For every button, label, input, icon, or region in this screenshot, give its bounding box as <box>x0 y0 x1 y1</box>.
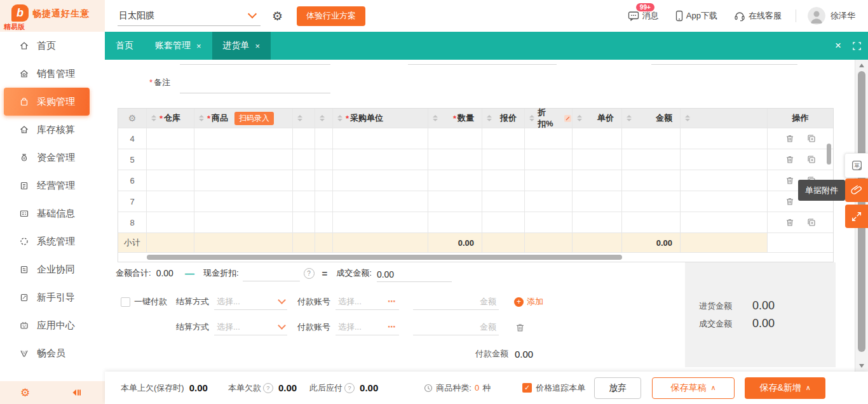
price-track-checkbox[interactable]: ✓ <box>522 383 532 393</box>
sort-icon[interactable] <box>320 115 325 121</box>
unit-cell[interactable] <box>333 149 428 170</box>
sidebar-item-collaboration[interactable]: 企业协同 <box>0 255 105 283</box>
quote-cell[interactable] <box>482 149 525 170</box>
copy-row-icon[interactable] <box>807 218 816 227</box>
quantity-cell[interactable] <box>428 170 482 191</box>
sort-icon[interactable] <box>685 115 690 121</box>
extra-cell[interactable] <box>681 212 768 232</box>
extra-cell[interactable] <box>681 191 768 212</box>
amount-cell[interactable] <box>622 170 681 191</box>
help-icon[interactable]: ? <box>304 268 315 279</box>
discount-cell[interactable] <box>525 191 573 212</box>
quantity-cell[interactable] <box>428 128 482 149</box>
product-cell[interactable] <box>194 149 293 170</box>
misc-cell[interactable] <box>293 212 315 232</box>
delete-row-icon[interactable] <box>785 134 794 143</box>
amount-cell[interactable] <box>622 191 681 212</box>
quantity-cell[interactable] <box>428 191 482 212</box>
price-cell[interactable] <box>573 191 622 212</box>
amount-cell[interactable] <box>622 149 681 170</box>
cash-discount-input[interactable] <box>243 266 300 281</box>
discard-button[interactable]: 放弃 <box>594 377 641 399</box>
quote-cell[interactable] <box>482 170 525 191</box>
price-cell[interactable] <box>573 149 622 170</box>
misc-cell[interactable] <box>315 170 333 191</box>
avatar[interactable] <box>808 7 825 25</box>
form-field-underline[interactable] <box>651 64 797 65</box>
discount-cell[interactable] <box>525 128 573 149</box>
pay-amount-input[interactable]: 金额 <box>413 319 499 335</box>
sidebar-settings-gear-icon[interactable]: ⚙ <box>20 386 30 400</box>
save-and-new-button[interactable]: 保存&新增 ∧ <box>745 377 825 399</box>
deal-amount-input[interactable]: 0.00 <box>377 264 452 282</box>
quote-cell[interactable] <box>482 191 525 212</box>
warehouse-cell[interactable] <box>147 212 194 232</box>
price-cell[interactable] <box>573 212 622 232</box>
misc-cell[interactable] <box>315 149 333 170</box>
sort-icon[interactable] <box>627 115 632 121</box>
extra-cell[interactable] <box>681 149 768 170</box>
quantity-cell[interactable] <box>428 149 482 170</box>
quote-cell[interactable] <box>482 212 525 232</box>
product-cell[interactable] <box>194 212 293 232</box>
unit-cell[interactable] <box>333 191 428 212</box>
tab-close-icon[interactable]: × <box>196 41 201 51</box>
sort-icon[interactable] <box>577 115 582 121</box>
warehouse-cell[interactable] <box>147 191 194 212</box>
form-field-underline[interactable] <box>180 64 330 65</box>
more-icon[interactable]: ⋯ <box>388 297 397 306</box>
tab-account-mgmt[interactable]: 账套管理 × <box>144 32 212 60</box>
delete-payment-icon[interactable] <box>515 323 525 332</box>
scroll-down-arrow[interactable] <box>859 364 864 368</box>
sort-icon[interactable] <box>433 115 438 121</box>
collapse-sidebar-icon[interactable] <box>71 387 81 398</box>
pay-account-select[interactable]: 选择... ⋯ <box>336 319 399 335</box>
warehouse-cell[interactable] <box>147 128 194 149</box>
sort-icon[interactable] <box>297 115 302 121</box>
sidebar-item-guide[interactable]: 新手引导 <box>0 283 105 311</box>
sort-icon[interactable] <box>529 115 534 121</box>
help-icon[interactable]: ? <box>263 383 273 393</box>
table-vertical-scrollbar-thumb[interactable] <box>827 144 831 165</box>
add-payment-button[interactable]: + 添加 <box>514 296 543 307</box>
sidebar-item-purchase[interactable]: 采购管理 <box>4 88 90 116</box>
quantity-cell[interactable] <box>428 212 482 232</box>
warehouse-cell[interactable] <box>147 170 194 191</box>
unit-cell[interactable] <box>333 128 428 149</box>
unit-cell[interactable] <box>333 170 428 191</box>
grid-settings-gear-icon[interactable]: ⚙ <box>118 109 147 128</box>
sort-icon[interactable] <box>199 115 204 121</box>
delete-row-icon[interactable] <box>785 218 794 227</box>
price-cell[interactable] <box>573 128 622 149</box>
remark-input[interactable] <box>180 77 330 93</box>
settings-gear-icon[interactable]: ⚙ <box>272 9 283 24</box>
product-cell[interactable] <box>194 191 293 212</box>
pay-account-select[interactable]: 选择... ⋯ <box>336 293 399 310</box>
misc-cell[interactable] <box>315 191 333 212</box>
sidebar-item-inventory[interactable]: 库存核算 <box>0 116 105 144</box>
sidebar-item-sales[interactable]: 销售管理 <box>0 60 105 88</box>
misc-cell[interactable] <box>315 212 333 232</box>
amount-cell[interactable] <box>622 212 681 232</box>
discount-cell[interactable] <box>525 170 573 191</box>
trial-solution-button[interactable]: 体验行业方案 <box>297 6 365 26</box>
quote-cell[interactable] <box>482 128 525 149</box>
copy-row-icon[interactable] <box>807 134 816 143</box>
draft-notes-button[interactable]: 草 <box>844 153 868 178</box>
product-cell[interactable] <box>194 170 293 191</box>
product-cell[interactable] <box>194 128 293 149</box>
username[interactable]: 徐泽华 <box>831 10 855 22</box>
scroll-up-arrow[interactable] <box>859 64 864 67</box>
expand-fullscreen-button[interactable] <box>845 205 868 228</box>
online-service-item[interactable]: 在线客服 <box>734 10 782 22</box>
delete-row-icon[interactable] <box>785 176 794 185</box>
sidebar-item-system[interactable]: 系统管理 <box>0 227 105 255</box>
attachment-button[interactable] <box>845 178 868 202</box>
pay-amount-input[interactable]: 金额 <box>413 293 499 310</box>
sidebar-item-membership[interactable]: 畅会员 <box>0 339 105 367</box>
discount-cell[interactable] <box>525 212 573 232</box>
save-draft-button[interactable]: 保存草稿 ∧ <box>652 377 735 399</box>
sidebar-item-operations[interactable]: 经营管理 <box>0 172 105 199</box>
extra-cell[interactable] <box>681 170 768 191</box>
sort-icon[interactable] <box>337 115 342 121</box>
